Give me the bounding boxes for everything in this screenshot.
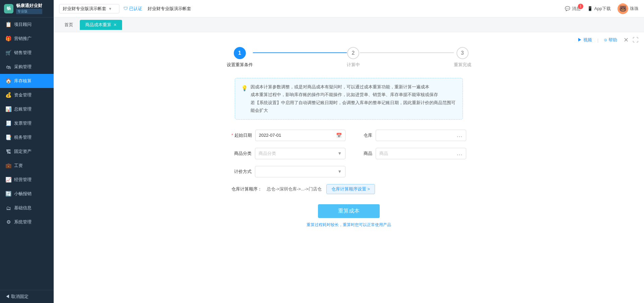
step-2-label: 计算中 [347, 62, 360, 68]
sidebar-item-label: 税务管理 [14, 134, 32, 140]
topbar-right: 💬 消息 1 📱 App下载 🐻 珠珠 [565, 3, 639, 14]
main-area: 好业财专业版演示帐套 ▼ 🛡 已认证 好业财专业版演示帐套 💬 消息 1 📱 A… [54, 0, 644, 303]
form-row-3: 计价方式 ▼ [231, 166, 466, 177]
product-label: 商品 [352, 150, 372, 157]
sidebar-item-label: 小畅报销 [14, 191, 32, 197]
tab-home[interactable]: 首页 [59, 20, 78, 30]
help-button[interactable]: ⊙ 帮助 [604, 37, 617, 43]
account-selector[interactable]: 好业财专业版演示帐套 ▼ [59, 4, 119, 13]
sidebar-item-payroll[interactable]: 💼 工资 [0, 159, 54, 173]
basic-icon: 🗂 [5, 205, 11, 211]
username-label: 珠珠 [630, 6, 639, 12]
sidebar-item-purchase[interactable]: 🛍 采购管理 [0, 60, 54, 74]
calc-order-settings-button[interactable]: 仓库计算顺序设置 > [326, 184, 375, 194]
step-1-label: 设置重算条件 [227, 62, 253, 68]
user-menu[interactable]: 🐻 珠珠 [618, 3, 639, 14]
warehouse-more-icon: … [457, 132, 463, 139]
step-1: 1 设置重算条件 [227, 47, 253, 68]
calc-order-value: 总仓->深圳仓库->...->门店仓 [267, 186, 322, 192]
expand-window-icon[interactable]: ⛶ [633, 37, 639, 44]
calendar-icon: 📅 [336, 133, 342, 138]
tab-recalc[interactable]: 商品成本重算 ✕ [80, 20, 122, 30]
warehouse-label: 仓库 [352, 132, 372, 138]
sidebar-item-label: 固定资产 [14, 148, 32, 155]
payroll-icon: 💼 [5, 163, 11, 169]
assets-icon: 🏗 [5, 149, 11, 155]
sidebar-item-finance[interactable]: 💰 资金管理 [0, 88, 54, 102]
notice-content: 因成本计算参数调整，或是对商品成本有疑问时，可以通过成本重算功能，重新计算一遍成… [251, 83, 457, 115]
recalc-button[interactable]: 重算成本 [318, 204, 380, 218]
sidebar-item-label: 基础信息 [14, 205, 32, 211]
calc-order-label: 仓库计算顺序： [231, 186, 262, 192]
system-icon: ⚙ [5, 219, 11, 225]
video-help-button[interactable]: ▶ 视频 [578, 37, 592, 43]
start-date-input[interactable]: 2022-07-01 📅 [255, 130, 345, 141]
sales-icon: 🛒 [5, 50, 11, 56]
verified-label: 已认证 [129, 6, 142, 12]
sidebar-item-label: 系统管理 [14, 219, 32, 225]
step-line-2 [360, 52, 454, 53]
sidebar-item-ops[interactable]: 📈 经营管理 [0, 173, 54, 187]
sidebar-menu: 📋 项目顾问 🎁 营销推广 🛒 销售管理 🛍 采购管理 🏠 库存核算 💰 资金管… [0, 17, 54, 290]
sidebar-item-basic[interactable]: 🗂 基础信息 [0, 201, 54, 215]
tax-icon: 📑 [5, 134, 11, 140]
sidebar-unpin-button[interactable]: ◀ 取消固定 [0, 290, 54, 303]
sidebar-item-label: 工资 [14, 163, 23, 169]
price-method-select[interactable]: ▼ [255, 166, 345, 177]
step-3: 3 重算完成 [454, 47, 471, 68]
sidebar-item-label: 项目顾问 [14, 21, 32, 28]
message-icon: 💬 [565, 6, 570, 11]
sidebar-item-label: 总账管理 [14, 106, 32, 112]
step-3-label: 重算完成 [454, 62, 471, 68]
sidebar-item-inventory[interactable]: 🏠 库存核算 [0, 74, 54, 88]
category-label: 商品分类 [231, 150, 252, 157]
sidebar-item-project[interactable]: 📋 项目顾问 [0, 17, 54, 32]
calc-order-row: 仓库计算顺序： 总仓->深圳仓库->...->门店仓 仓库计算顺序设置 > [231, 184, 466, 194]
invoice-icon: 🧾 [5, 120, 11, 126]
finance-icon: 💰 [5, 92, 11, 98]
form-row-1: 起始日期 2022-07-01 📅 仓库 … [231, 130, 466, 141]
message-badge: 1 [578, 4, 583, 9]
close-window-icon[interactable]: ✕ [624, 36, 629, 44]
step-3-circle: 3 [457, 47, 469, 59]
start-date-label: 起始日期 [231, 132, 252, 138]
shield-icon: 🛡 [123, 6, 128, 11]
phone-icon: 📱 [587, 6, 593, 11]
app-edition: 专业版 [16, 9, 42, 14]
app-logo: 畅 [4, 4, 13, 13]
sidebar-item-label: 采购管理 [14, 64, 32, 70]
notice-box: 💡 因成本计算参数调整，或是对商品成本有疑问时，可以通过成本重算功能，重新计算一… [235, 78, 463, 120]
category-select[interactable]: 商品分类 ▼ [255, 148, 345, 159]
tab-close-icon[interactable]: ✕ [113, 23, 117, 27]
product-more-icon: … [457, 150, 463, 157]
start-date-value: 2022-07-01 [259, 133, 281, 138]
sidebar-item-sales[interactable]: 🛒 销售管理 [0, 46, 54, 60]
message-button[interactable]: 💬 消息 1 [565, 6, 581, 12]
product-group: 商品 商品 … [352, 148, 466, 159]
sidebar-item-marketing[interactable]: 🎁 营销推广 [0, 32, 54, 46]
topbar: 好业财专业版演示帐套 ▼ 🛡 已认证 好业财专业版演示帐套 💬 消息 1 📱 A… [54, 0, 644, 17]
tabbar: 首页 商品成本重算 ✕ [54, 17, 644, 32]
app-download-button[interactable]: 📱 App下载 [587, 6, 611, 12]
notice-line-2: 成本重算过程中，影响库存账的操作均不能操作，比如进货单、销货单、库存单据不能审核… [251, 91, 457, 98]
sidebar-item-label: 库存核算 [14, 78, 32, 84]
app-title: 畅康通好业财 [16, 3, 42, 8]
warehouse-input[interactable]: … [376, 130, 466, 141]
sidebar-item-assets[interactable]: 🏗 固定资产 [0, 144, 54, 159]
verified-badge: 🛡 已认证 [123, 6, 142, 12]
sidebar-item-accounting[interactable]: 📊 总账管理 [0, 102, 54, 116]
sidebar-item-label: 发票管理 [14, 120, 32, 126]
form-row-2: 商品分类 商品分类 ▼ 商品 商品 … [231, 148, 466, 159]
tab-home-label: 首页 [64, 22, 73, 28]
step-1-circle: 1 [234, 47, 246, 59]
account-name: 好业财专业版演示帐套 [63, 6, 106, 12]
purchase-icon: 🛍 [5, 64, 11, 70]
recalc-hint: 重算过程耗时较长，重算时您可以正常使用产品 [231, 222, 466, 228]
product-input[interactable]: 商品 … [376, 148, 466, 159]
sidebar-header: 畅 畅康通好业财 专业版 [0, 0, 54, 17]
sidebar-item-tax[interactable]: 📑 税务管理 [0, 130, 54, 144]
sidebar-item-invoice[interactable]: 🧾 发票管理 [0, 116, 54, 130]
sidebar-item-expense[interactable]: 🔄 小畅报销 [0, 187, 54, 201]
sidebar-item-system[interactable]: ⚙ 系统管理 [0, 215, 54, 229]
notice-line-1: 因成本计算参数调整，或是对商品成本有疑问时，可以通过成本重算功能，重新计算一遍成… [251, 83, 457, 91]
